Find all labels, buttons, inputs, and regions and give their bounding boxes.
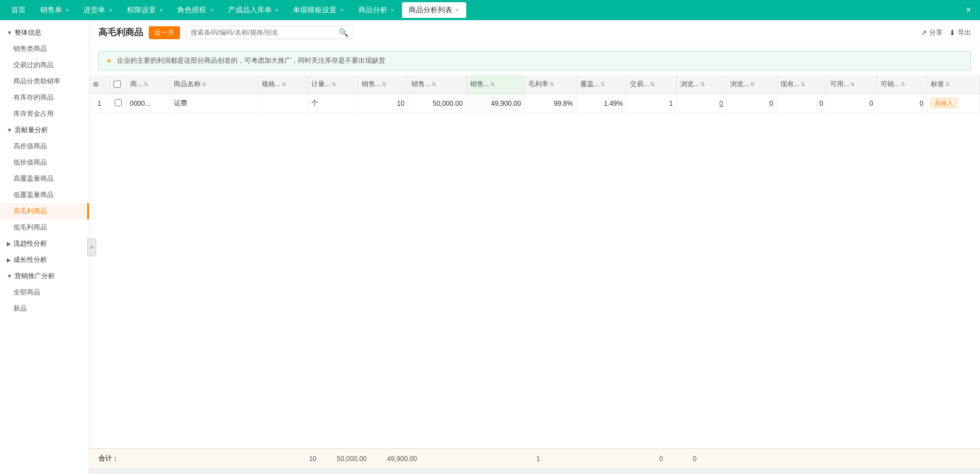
sidebar-section-overall[interactable]: ▼ 整体信息: [0, 25, 89, 41]
footer-transactions-val: 1: [510, 455, 543, 463]
sidebar-item-in-stock[interactable]: 有库存的商品: [0, 90, 89, 106]
sidebar-section-trend[interactable]: ▶ 流趋性分析: [0, 236, 89, 252]
col-sales-qty[interactable]: 销售... ⇅: [358, 75, 408, 94]
arrow-down-icon: ▼: [7, 30, 12, 36]
close-icon[interactable]: ×: [340, 7, 343, 13]
tab-permission[interactable]: 权限设置 ×: [120, 2, 169, 18]
cell-checkbox: [110, 94, 126, 113]
sidebar-item-low-coverage[interactable]: 低覆盖量商品: [0, 187, 89, 203]
cell-index: 1: [89, 94, 110, 113]
col-tag[interactable]: 标签 ⇅: [927, 75, 979, 94]
tab-template[interactable]: 单据模板设置 ×: [286, 2, 350, 18]
col-transactions[interactable]: 交易... ⇅: [627, 75, 677, 94]
tab-home[interactable]: 首页: [4, 2, 32, 18]
sidebar-collapse-button[interactable]: «: [87, 238, 96, 256]
col-stock[interactable]: 现有... ⇅: [777, 75, 827, 94]
footer-sales-amt-val: 50,000.00: [320, 455, 370, 463]
cell-code: 0000...: [126, 94, 170, 113]
sidebar-section-marketing[interactable]: ▼ 营销推广分析: [0, 268, 89, 284]
close-icon[interactable]: ×: [159, 7, 163, 13]
sidebar-item-high-value[interactable]: 高价值商品: [0, 138, 89, 154]
bottom-scrollbar[interactable]: [89, 468, 980, 474]
sort-icon: ⇅: [202, 81, 206, 87]
cell-views2: 0: [727, 94, 777, 113]
sidebar-item-low-margin[interactable]: 低毛利商品: [0, 219, 89, 236]
row-checkbox[interactable]: [115, 99, 122, 106]
cell-sales-amt: 50,000.00: [408, 94, 466, 113]
share-button[interactable]: ↗ 分享: [921, 28, 943, 37]
sort-icon: ⇅: [850, 81, 855, 87]
col-settings[interactable]: ⚙: [89, 75, 110, 94]
footer-sales-cost-val: 49,900.00: [370, 455, 420, 463]
col-available[interactable]: 可用... ⇅: [827, 75, 877, 94]
cell-unit: 个: [308, 94, 358, 113]
col-saleable[interactable]: 可销... ⇅: [877, 75, 927, 94]
col-gross-margin[interactable]: 毛利率 ⇅: [524, 75, 576, 94]
sidebar-item-category-rate[interactable]: 商品分类助销率: [0, 73, 89, 90]
tab-product-in[interactable]: 产成品入库单 ×: [221, 2, 285, 18]
sidebar-item-low-value[interactable]: 低价值商品: [0, 154, 89, 171]
content-header: 高毛利商品 近一月 🔍 ↗ 分享 ⬇ 导出: [89, 20, 980, 45]
tab-analysis-list[interactable]: 商品分析列表 ×: [402, 2, 466, 18]
sidebar-item-stock-capital[interactable]: 库存资金占用: [0, 106, 89, 122]
sidebar-item-traded-goods[interactable]: 交易过的商品: [0, 57, 89, 73]
export-icon: ⬇: [949, 29, 955, 37]
close-icon[interactable]: ×: [65, 7, 69, 13]
sidebar-section-growth[interactable]: ▶ 成长性分析: [0, 252, 89, 268]
export-button[interactable]: ⬇ 导出: [949, 28, 971, 37]
sort-icon: ⇅: [901, 81, 905, 87]
table-row: 1 0000... 运费: [89, 94, 980, 113]
close-icon[interactable]: ×: [456, 7, 459, 13]
sort-icon: ⇅: [144, 81, 148, 87]
cell-tag: 高收入: [927, 94, 979, 113]
cell-name: 运费: [170, 94, 258, 113]
page-title: 高毛利商品: [98, 27, 143, 39]
col-sales-amt[interactable]: 销售... ⇅: [408, 75, 466, 94]
info-banner: ✦ 企业的主要的利润都是这部分商品创造的，可考虑加大推广，同时关注库存是不要出现…: [98, 51, 971, 71]
filter-button[interactable]: 近一月: [149, 26, 180, 39]
tab-analysis[interactable]: 商品分析 ×: [352, 2, 401, 18]
close-all-button[interactable]: ×: [962, 5, 976, 15]
footer-sales-qty-val: 10: [286, 455, 320, 463]
sort-icon: ⇅: [650, 81, 655, 87]
sidebar-item-high-coverage[interactable]: 高覆盖量商品: [0, 171, 89, 187]
sidebar-item-high-margin[interactable]: 高毛利商品: [0, 203, 89, 219]
main-layout: ▼ 整体信息 销售类商品 交易过的商品 商品分类助销率 有库存的商品 库存资金占…: [0, 20, 980, 474]
sidebar-section-contribution[interactable]: ▼ 贡献量分析: [0, 122, 89, 138]
col-unit[interactable]: 计量... ⇅: [308, 75, 358, 94]
col-checkbox: [110, 75, 126, 94]
col-sales-cost[interactable]: 销售... ⇅: [466, 75, 524, 94]
close-icon[interactable]: ×: [391, 7, 394, 13]
sidebar: ▼ 整体信息 销售类商品 交易过的商品 商品分类助销率 有库存的商品 库存资金占…: [0, 20, 89, 474]
header-actions: ↗ 分享 ⬇ 导出: [921, 28, 971, 37]
share-icon: ↗: [921, 29, 927, 37]
cell-saleable: 0: [877, 94, 927, 113]
select-all-checkbox[interactable]: [113, 81, 121, 88]
close-icon[interactable]: ×: [108, 7, 112, 13]
col-coverage[interactable]: 覆盖... ⇅: [576, 75, 627, 94]
sort-icon: ⇅: [332, 81, 336, 87]
col-code[interactable]: 商... ⇅: [126, 75, 170, 94]
sort-icon: ⇅: [432, 81, 436, 87]
close-icon[interactable]: ×: [275, 7, 278, 13]
sort-icon: ⇅: [550, 81, 554, 87]
cell-sales-qty: 10: [358, 94, 408, 113]
sidebar-item-all-goods[interactable]: 全部商品: [0, 284, 89, 301]
sidebar-item-new-goods[interactable]: 新品: [0, 301, 89, 317]
close-icon[interactable]: ×: [210, 7, 213, 13]
col-spec[interactable]: 规格... ⇅: [258, 75, 308, 94]
col-views1[interactable]: 浏览... ⇅: [676, 75, 727, 94]
search-input[interactable]: [191, 29, 337, 36]
sidebar-item-sales-goods[interactable]: 销售类商品: [0, 41, 89, 57]
col-name[interactable]: 商品名称 ⇅: [170, 75, 258, 94]
tab-sales[interactable]: 销售单 ×: [34, 2, 75, 18]
content-area: 高毛利商品 近一月 🔍 ↗ 分享 ⬇ 导出 ✦ 企业的主要的利润都是这部分商品创…: [89, 20, 980, 474]
cell-views1[interactable]: 0: [676, 94, 727, 113]
cell-available: 0: [827, 94, 877, 113]
sort-icon: ⇅: [945, 81, 950, 87]
search-icon[interactable]: 🔍: [339, 28, 348, 37]
top-nav: 首页 销售单 × 进货单 × 权限设置 × 角色授权 × 产成品入库单 × 单据…: [0, 0, 980, 20]
tab-role[interactable]: 角色授权 ×: [171, 2, 220, 18]
col-views2[interactable]: 浏览... ⇅: [727, 75, 777, 94]
tab-purchase[interactable]: 进货单 ×: [77, 2, 119, 18]
